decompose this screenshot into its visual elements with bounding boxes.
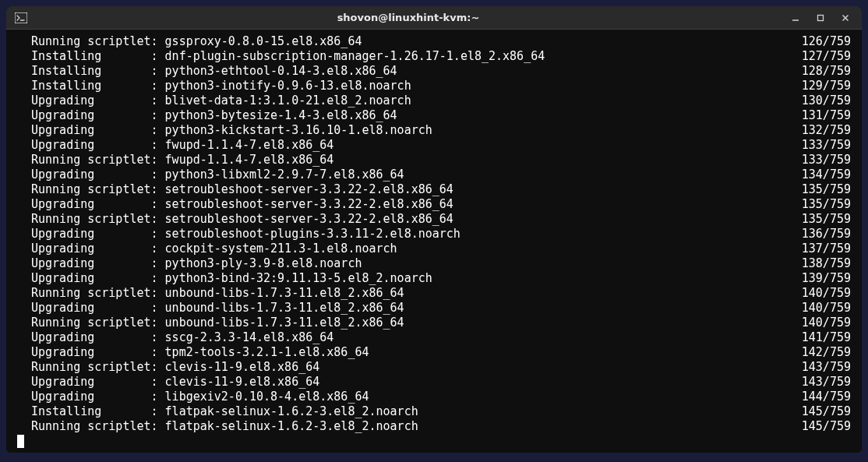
output-line: Upgrading : python3-kickstart-3.16.10-1.…: [31, 123, 851, 138]
output-line: Running scriptlet: gssproxy-0.8.0-15.el8…: [31, 34, 851, 49]
output-line-counter: 141/759: [802, 330, 851, 345]
output-line: Upgrading : tpm2-tools-3.2.1-1.el8.x86_6…: [31, 345, 851, 360]
output-line-counter: 140/759: [802, 301, 851, 316]
output-line-text: Upgrading : sscg-2.3.3-14.el8.x86_64: [31, 330, 333, 345]
svg-rect-3: [817, 15, 823, 20]
output-line-text: Installing : flatpak-selinux-1.6.2-3.el8…: [31, 404, 418, 419]
output-line: Upgrading : clevis-11-9.el8.x86_64143/75…: [31, 375, 851, 390]
output-line-text: Running scriptlet: clevis-11-9.el8.x86_6…: [31, 360, 319, 375]
output-line-counter: 143/759: [802, 375, 851, 390]
output-line: Running scriptlet: unbound-libs-1.7.3-11…: [31, 286, 851, 301]
output-line: Running scriptlet: clevis-11-9.el8.x86_6…: [31, 360, 851, 375]
output-line-text: Upgrading : clevis-11-9.el8.x86_64: [31, 375, 319, 390]
output-line-counter: 133/759: [802, 153, 851, 168]
output-line: Upgrading : libgexiv2-0.10.8-4.el8.x86_6…: [31, 390, 851, 404]
output-line-counter: 140/759: [802, 316, 851, 330]
output-line-counter: 135/759: [802, 182, 851, 197]
output-line-counter: 143/759: [802, 360, 851, 375]
window-controls: [789, 11, 857, 25]
output-line-counter: 135/759: [802, 197, 851, 212]
output-line-text: Upgrading : python3-ply-3.9-8.el8.noarch: [31, 256, 362, 271]
output-line: Running scriptlet: setroubleshoot-server…: [31, 212, 851, 227]
output-line: Upgrading : blivet-data-1:3.1.0-21.el8_2…: [31, 93, 851, 108]
output-line-counter: 145/759: [802, 419, 851, 434]
output-line-text: Running scriptlet: unbound-libs-1.7.3-11…: [31, 286, 404, 301]
output-line-text: Upgrading : unbound-libs-1.7.3-11.el8_2.…: [31, 301, 404, 316]
output-line-counter: 127/759: [802, 49, 851, 64]
output-line: Installing : python3-inotify-0.9.6-13.el…: [31, 79, 851, 93]
output-line-counter: 128/759: [802, 64, 851, 79]
output-line: Running scriptlet: fwupd-1.1.4-7.el8.x86…: [31, 153, 851, 168]
output-line-text: Running scriptlet: setroubleshoot-server…: [31, 212, 453, 227]
output-line: Upgrading : setroubleshoot-server-3.3.22…: [31, 197, 851, 212]
output-line-counter: 139/759: [802, 271, 851, 286]
output-line: Installing : python3-ethtool-0.14-3.el8.…: [31, 64, 851, 79]
output-line: Upgrading : python3-ply-3.9-8.el8.noarch…: [31, 256, 851, 271]
output-line-text: Upgrading : python3-bytesize-1.4-3.el8.x…: [31, 108, 397, 123]
output-line-counter: 140/759: [802, 286, 851, 301]
output-line-text: Upgrading : python3-libxml2-2.9.7-7.el8.…: [31, 168, 404, 182]
output-line: Upgrading : cockpit-system-211.3-1.el8.n…: [31, 242, 851, 256]
output-line-counter: 138/759: [802, 256, 851, 271]
output-line-text: Running scriptlet: gssproxy-0.8.0-15.el8…: [31, 34, 362, 49]
terminal-output: Running scriptlet: gssproxy-0.8.0-15.el8…: [17, 34, 851, 434]
terminal-cursor: [17, 435, 24, 448]
output-line-counter: 137/759: [802, 242, 851, 256]
output-line-counter: 142/759: [802, 345, 851, 360]
output-line: Installing : dnf-plugin-subscription-man…: [31, 49, 851, 64]
output-line-counter: 145/759: [802, 404, 851, 419]
output-line: Upgrading : python3-libxml2-2.9.7-7.el8.…: [31, 168, 851, 182]
output-line: Running scriptlet: setroubleshoot-server…: [31, 182, 851, 197]
output-line-counter: 130/759: [802, 93, 851, 108]
output-line: Upgrading : python3-bind-32:9.11.13-5.el…: [31, 271, 851, 286]
output-line: Upgrading : python3-bytesize-1.4-3.el8.x…: [31, 108, 851, 123]
output-line-text: Upgrading : blivet-data-1:3.1.0-21.el8_2…: [31, 93, 411, 108]
output-line-text: Upgrading : libgexiv2-0.10.8-4.el8.x86_6…: [31, 390, 369, 404]
window-title: shovon@linuxhint-kvm:~: [337, 12, 480, 23]
output-line-text: Upgrading : cockpit-system-211.3-1.el8.n…: [31, 242, 397, 256]
output-line-counter: 135/759: [802, 212, 851, 227]
output-line-text: Upgrading : python3-kickstart-3.16.10-1.…: [31, 123, 432, 138]
output-line-counter: 134/759: [802, 168, 851, 182]
output-line-text: Installing : python3-ethtool-0.14-3.el8.…: [31, 64, 397, 79]
maximize-button[interactable]: [813, 11, 827, 25]
output-line-text: Running scriptlet: unbound-libs-1.7.3-11…: [31, 316, 404, 330]
output-line-counter: 129/759: [802, 79, 851, 93]
close-button[interactable]: [838, 11, 852, 25]
output-line-counter: 133/759: [802, 138, 851, 153]
svg-rect-0: [15, 12, 27, 23]
titlebar: shovon@linuxhint-kvm:~: [6, 6, 862, 30]
output-line-counter: 144/759: [802, 390, 851, 404]
terminal-body[interactable]: Running scriptlet: gssproxy-0.8.0-15.el8…: [6, 30, 862, 453]
output-line-text: Upgrading : fwupd-1.1.4-7.el8.x86_64: [31, 138, 333, 153]
output-line-text: Upgrading : setroubleshoot-plugins-3.3.1…: [31, 227, 460, 242]
output-line: Upgrading : setroubleshoot-plugins-3.3.1…: [31, 227, 851, 242]
output-line-text: Installing : dnf-plugin-subscription-man…: [31, 49, 545, 64]
output-line: Running scriptlet: unbound-libs-1.7.3-11…: [31, 316, 851, 330]
output-line-counter: 132/759: [802, 123, 851, 138]
output-line-text: Upgrading : tpm2-tools-3.2.1-1.el8.x86_6…: [31, 345, 369, 360]
terminal-window: shovon@linuxhint-kvm:~ Running scriptlet…: [6, 6, 862, 453]
output-line: Installing : flatpak-selinux-1.6.2-3.el8…: [31, 404, 851, 419]
output-line: Upgrading : unbound-libs-1.7.3-11.el8_2.…: [31, 301, 851, 316]
output-line: Upgrading : fwupd-1.1.4-7.el8.x86_64133/…: [31, 138, 851, 153]
output-line-text: Upgrading : python3-bind-32:9.11.13-5.el…: [31, 271, 432, 286]
output-line-text: Running scriptlet: setroubleshoot-server…: [31, 182, 453, 197]
output-line-counter: 131/759: [802, 108, 851, 123]
terminal-icon: [14, 11, 28, 25]
output-line-counter: 126/759: [802, 34, 851, 49]
output-line: Running scriptlet: flatpak-selinux-1.6.2…: [31, 419, 851, 434]
output-line-text: Running scriptlet: flatpak-selinux-1.6.2…: [31, 419, 418, 434]
output-line-text: Upgrading : setroubleshoot-server-3.3.22…: [31, 197, 453, 212]
output-line-counter: 136/759: [802, 227, 851, 242]
output-line-text: Running scriptlet: fwupd-1.1.4-7.el8.x86…: [31, 153, 333, 168]
titlebar-left: [11, 11, 28, 25]
output-line: Upgrading : sscg-2.3.3-14.el8.x86_64141/…: [31, 330, 851, 345]
minimize-button[interactable]: [789, 11, 803, 25]
output-line-text: Installing : python3-inotify-0.9.6-13.el…: [31, 79, 411, 93]
